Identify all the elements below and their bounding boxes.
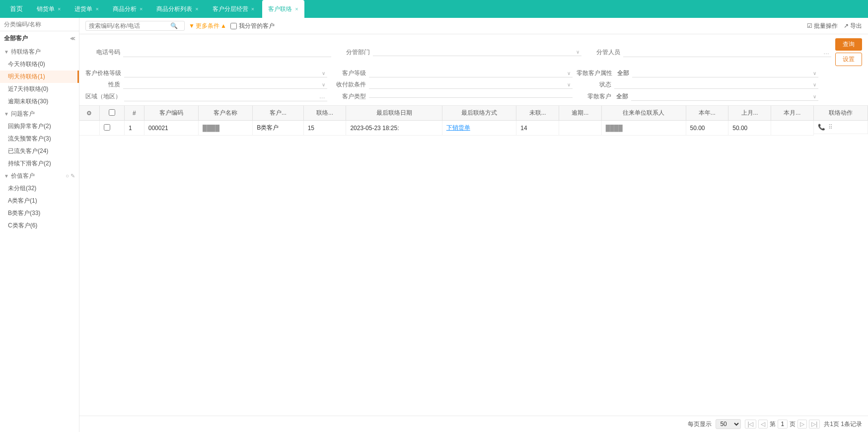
col-gear[interactable]: ⚙ [79,106,99,121]
value-customer-icons[interactable]: ○ ✎ [66,173,75,179]
batch-op-btn[interactable]: ☑ 批量操作 [807,22,838,30]
last-page-btn[interactable]: ▷| [809,420,820,429]
price-level-select[interactable]: ∨ [124,70,327,77]
ungrouped-item[interactable]: 未分组(32) [0,182,79,195]
filter-price-level: 客户价格等级 ∨ [85,69,327,77]
close-goods-analysis-icon[interactable]: × [140,6,143,12]
already-lost-item[interactable]: 已流失客户(24) [0,145,79,157]
row-type: B类客户 [253,121,304,136]
continuous-down-item[interactable]: 持续下滑客户(2) [0,157,79,170]
sidebar: 🔍 全部客户 ≪ ▼ 待联络客户 今天待联络(0) 明天待联络(1) 近7天待联… [0,18,79,432]
filter-status: 状态 ∨ [577,80,818,89]
row-last-contact-method: 下销货单 [442,121,516,136]
per-page-select[interactable]: 50 100 [716,419,741,429]
row-contact: 15 [303,121,346,136]
col-index: # [124,106,144,121]
region-label: 区域（地区） [85,92,121,101]
status-select[interactable]: ∨ [614,81,818,89]
data-table-wrap: ⚙ # 客户编码 客户名称 客户... 联络... 最后联络日期 最后联络方式 … [79,106,868,416]
customer-type-label: 客户类型 [331,92,366,101]
close-sales-icon[interactable]: × [58,6,61,12]
collapse-icon: ≪ [70,36,75,41]
pagination-bar: 每页显示 50 100 |◁ ◁ 第 1 页 ▷ ▷| 共1页 1条记录 [79,416,868,432]
all-customers-header[interactable]: 全部客户 ≪ [0,31,79,46]
nav-sales[interactable]: 销货单 × [31,0,67,18]
my-customers-checkbox[interactable] [230,23,237,29]
problem-arrow-icon: ▼ [4,111,9,117]
page-suffix: 页 [790,420,796,429]
close-purchase-icon[interactable]: × [95,6,98,12]
pending-contact-label: 待联络客户 [11,48,41,56]
payment-select[interactable]: ∨ [369,81,573,89]
page-number: 1 [778,420,788,429]
first-page-btn[interactable]: |◁ [745,420,756,429]
customer-level-select[interactable]: ∨ [369,70,573,77]
more-conditions-btn[interactable]: ▼ 更多条件 ▲ [189,22,226,30]
row-last-contact-date: 2023-05-23 18:25: [346,121,442,136]
col-name: 客户名称 [198,106,252,121]
today-contact-item[interactable]: 今天待联络(0) [0,58,79,71]
week-contact-item[interactable]: 近7天待联络(0) [0,83,79,95]
total-info: 共1页 1条记录 [824,420,862,429]
sidebar-search-input[interactable] [4,21,78,28]
sidebar-search-bar: 🔍 [0,18,79,31]
contact-method-link[interactable]: 下销货单 [446,124,470,131]
nav-home[interactable]: 首页 [4,0,29,18]
phone-input[interactable] [123,48,331,57]
row-this-year: 50.00 [686,121,728,136]
filter-nature: 性质 ∨ [85,80,327,89]
a-class-item[interactable]: A类客户(1) [0,195,79,207]
b-class-item[interactable]: B类客户(33) [0,207,79,219]
export-btn[interactable]: ↗ 导出 [844,22,862,30]
manager-dots-icon[interactable]: … [823,49,829,56]
nav-goods-analysis-list[interactable]: 商品分析列表 × [150,0,204,18]
row-unit-contact: ████ [601,121,686,136]
phone-label: 电话号码 [85,48,120,57]
content-area: 🔍 ▼ 更多条件 ▲ 我分管的客户 ☑ 批量操作 ↗ 导出 [79,18,868,432]
problem-customers-group[interactable]: ▼ 问题客户 [0,108,79,120]
region-dots-icon[interactable]: … [319,93,325,100]
col-overdue: 逾期... [559,106,602,121]
tomorrow-contact-item[interactable]: 明天待联络(1) [0,71,79,83]
dept-select[interactable]: ∨ [373,48,581,56]
nav-customer-segmentation[interactable]: 客户分层经营 × [207,0,260,18]
row-no-contact: 14 [516,121,559,136]
select-all-checkbox[interactable] [109,109,115,116]
next-page-btn[interactable]: ▷ [797,420,807,429]
contact-icon[interactable]: 📞 [818,124,825,131]
c-class-item[interactable]: C类客户(6) [0,219,79,232]
prev-page-btn[interactable]: ◁ [758,420,768,429]
search-input[interactable] [89,22,168,29]
close-segmentation-icon[interactable]: × [251,6,254,12]
pending-arrow-icon: ▼ [4,49,9,55]
my-customers-filter: 我分管的客户 [230,22,275,30]
overdue-contact-item[interactable]: 逾期未联络(30) [0,95,79,108]
set-button[interactable]: 设置 [835,53,862,66]
retail-customer-select[interactable]: ∨ [631,93,818,101]
pending-contact-group[interactable]: ▼ 待联络客户 [0,46,79,58]
close-goods-list-icon[interactable]: × [195,6,198,12]
repeat-abnormal-item[interactable]: 回购异常客户(2) [0,120,79,133]
more-action-icon[interactable]: ⠿ [828,124,833,131]
nav-customer-contact[interactable]: 客户联络 × [262,0,304,18]
retail-attr-select[interactable]: ∨ [632,70,818,77]
retail-attr-label: 零散客户属性 [577,69,612,77]
nature-select[interactable]: ∨ [123,81,327,89]
customer-table: ⚙ # 客户编码 客户名称 客户... 联络... 最后联络日期 最后联络方式 … [79,106,868,136]
table-header-row: ⚙ # 客户编码 客户名称 客户... 联络... 最后联络日期 最后联络方式 … [79,106,868,121]
close-contact-icon[interactable]: × [295,6,298,12]
status-label: 状态 [577,80,611,89]
row-gear-cell [79,121,99,136]
customer-type-select[interactable] [369,95,573,98]
filter-customer-type: 客户类型 [331,92,573,101]
query-button[interactable]: 查询 [835,38,862,51]
lost-risk-item[interactable]: 流失预警客户(3) [0,133,79,145]
value-customers-group[interactable]: ▼ 价值客户 ○ ✎ [0,170,79,182]
col-last-contact-method: 最后联络方式 [442,106,516,121]
nature-chevron-icon: ∨ [322,82,325,87]
row-checkbox[interactable] [104,124,110,131]
filter-row-3: 性质 ∨ 收付款条件 ∨ 状态 [85,80,862,89]
search-execute-icon[interactable]: 🔍 [170,22,178,29]
nav-purchase[interactable]: 进货单 × [69,0,104,18]
nav-goods-analysis[interactable]: 商品分析 × [107,0,148,18]
